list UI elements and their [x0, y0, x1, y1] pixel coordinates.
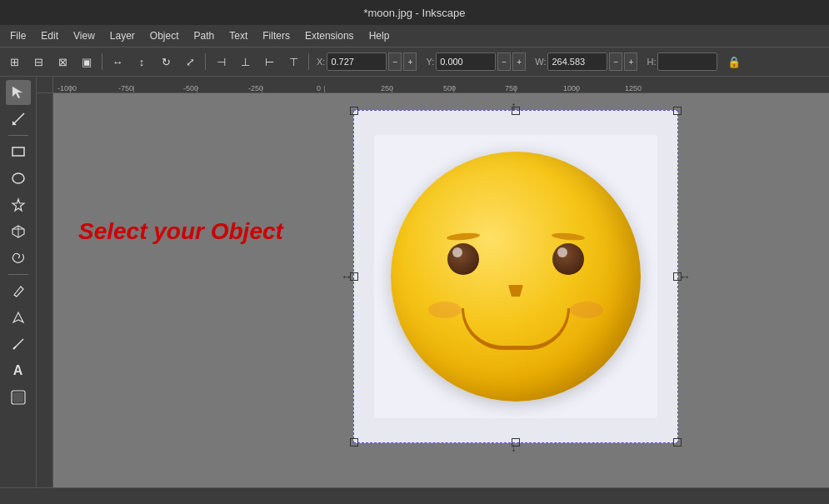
- toolbar-sep-2: [205, 53, 206, 70]
- tool-spiral[interactable]: [6, 246, 31, 271]
- handle-top-left[interactable]: [350, 107, 358, 115]
- cheek-right: [570, 302, 603, 318]
- title-bar: *moon.jpg - Inkscape: [0, 0, 829, 25]
- toolbar: ⊞ ⊟ ⊠ ▣ ↔ ↕ ↻ ⤢ ⊣ ⊥ ⊢ ⊤ X: − + Y: − + W:…: [0, 47, 829, 77]
- handle-top-right[interactable]: [673, 107, 682, 115]
- document: ↕ ↔ ↔ ↕: [353, 110, 678, 443]
- toolbar-select-rubber[interactable]: ▣: [76, 51, 97, 72]
- ruler-line: [515, 86, 516, 92]
- handle-bottom-mid[interactable]: [512, 438, 520, 447]
- menu-path[interactable]: Path: [187, 28, 222, 43]
- arrow-right-icon: ↔: [679, 270, 691, 283]
- svg-marker-0: [12, 87, 22, 98]
- menu-text[interactable]: Text: [222, 28, 254, 43]
- w-input[interactable]: [547, 52, 607, 71]
- y-input[interactable]: [436, 52, 496, 71]
- h-label: H:: [647, 57, 656, 67]
- toolbar-align-2[interactable]: ⊥: [234, 51, 256, 72]
- tool-separator-1: [8, 135, 28, 136]
- menu-help[interactable]: Help: [362, 28, 397, 43]
- eyebrow-right: [552, 232, 586, 241]
- toolbar-align-1[interactable]: ⊣: [210, 51, 232, 72]
- x-coord-field: X: − +: [317, 52, 417, 71]
- tool-star[interactable]: [6, 192, 31, 217]
- y-label: Y:: [426, 57, 434, 67]
- toolbar-transform-3[interactable]: ↻: [155, 51, 177, 72]
- handle-mid-left[interactable]: [350, 272, 358, 281]
- ruler-line: [324, 86, 325, 92]
- moon-image: [370, 127, 662, 427]
- arrow-bottom-icon: ↕: [511, 441, 517, 454]
- menu-file[interactable]: File: [3, 28, 32, 43]
- svg-point-3: [12, 173, 24, 183]
- select-object-text: Select your Object: [78, 218, 283, 245]
- ruler-top: -1000 -750 -500 -250 0 250 500 750 1000 …: [53, 77, 829, 93]
- tool-text[interactable]: A: [6, 358, 31, 383]
- toolbar-align-4[interactable]: ⊤: [282, 51, 304, 72]
- tool-separator-2: [8, 274, 28, 275]
- eyebrow-left: [447, 232, 481, 241]
- ruler-corner: [37, 77, 53, 93]
- menu-view[interactable]: View: [67, 28, 102, 43]
- h-coord-field: H:: [647, 52, 717, 71]
- tool-3dbox[interactable]: [6, 219, 31, 244]
- toolbar-select-all[interactable]: ⊞: [3, 51, 25, 72]
- handle-mid-right[interactable]: [673, 272, 682, 281]
- svg-rect-2: [12, 147, 24, 156]
- w-label: W:: [535, 57, 546, 67]
- y-coord-field: Y: − +: [426, 52, 526, 71]
- lock-aspect-button[interactable]: 🔒: [723, 51, 745, 72]
- cheek-left: [428, 302, 462, 318]
- svg-marker-4: [12, 199, 24, 211]
- eye-right: [552, 243, 584, 275]
- toolbar-select-in[interactable]: ⊟: [27, 51, 49, 72]
- menu-filters[interactable]: Filters: [256, 28, 297, 43]
- tool-gradient[interactable]: [6, 332, 31, 357]
- y-minus[interactable]: −: [497, 52, 511, 71]
- ruler-line: [262, 86, 262, 92]
- moon-face-features: [416, 177, 616, 377]
- tool-rectangle[interactable]: [6, 139, 31, 164]
- toolbar-transform-1[interactable]: ↔: [107, 51, 128, 72]
- ruler-line: [70, 86, 71, 92]
- toolbar-align-3[interactable]: ⊢: [258, 51, 280, 72]
- w-coord-field: W: − +: [535, 52, 637, 71]
- x-input[interactable]: [327, 52, 387, 71]
- handle-bottom-left[interactable]: [350, 438, 358, 447]
- ruler-tick: -750: [118, 84, 133, 92]
- handle-bottom-right[interactable]: [673, 438, 682, 447]
- tool-ellipse[interactable]: [6, 166, 31, 191]
- menu-object[interactable]: Object: [143, 28, 186, 43]
- menu-edit[interactable]: Edit: [34, 28, 65, 43]
- h-input[interactable]: [657, 52, 717, 71]
- w-plus[interactable]: +: [624, 52, 637, 71]
- tool-colorpicker[interactable]: [6, 385, 31, 410]
- moon-card: [374, 135, 657, 418]
- main-area: A -1000 -750 -500 -250 0 250: [0, 77, 829, 487]
- ruler-line: [453, 86, 454, 92]
- tool-pencil[interactable]: [6, 278, 31, 303]
- toolbar-select-touch[interactable]: ⊠: [52, 51, 73, 72]
- canvas-area[interactable]: -1000 -750 -500 -250 0 250 500 750 1000 …: [37, 77, 829, 487]
- menu-extensions[interactable]: Extensions: [298, 28, 361, 43]
- tool-select[interactable]: [6, 80, 31, 105]
- toolbox: A: [0, 77, 37, 487]
- toolbar-transform-4[interactable]: ⤢: [179, 51, 201, 72]
- y-plus[interactable]: +: [512, 52, 526, 71]
- status-bar: [0, 487, 829, 504]
- toolbar-sep-3: [308, 53, 309, 70]
- moon-circle: [391, 152, 641, 402]
- ruler-line: [577, 86, 577, 92]
- handle-top-mid[interactable]: [512, 107, 520, 115]
- tool-node[interactable]: [6, 107, 31, 132]
- toolbar-transform-2[interactable]: ↕: [131, 51, 152, 72]
- svg-rect-12: [13, 392, 23, 402]
- menu-layer[interactable]: Layer: [103, 28, 142, 43]
- x-minus[interactable]: −: [388, 52, 402, 71]
- mouth: [462, 308, 570, 350]
- toolbar-sep-1: [102, 53, 102, 70]
- w-minus[interactable]: −: [609, 52, 622, 71]
- x-plus[interactable]: +: [403, 52, 417, 71]
- canvas-content[interactable]: Select your Object ↕ ↔ ↔ ↕: [53, 93, 829, 487]
- tool-pen[interactable]: [6, 305, 31, 330]
